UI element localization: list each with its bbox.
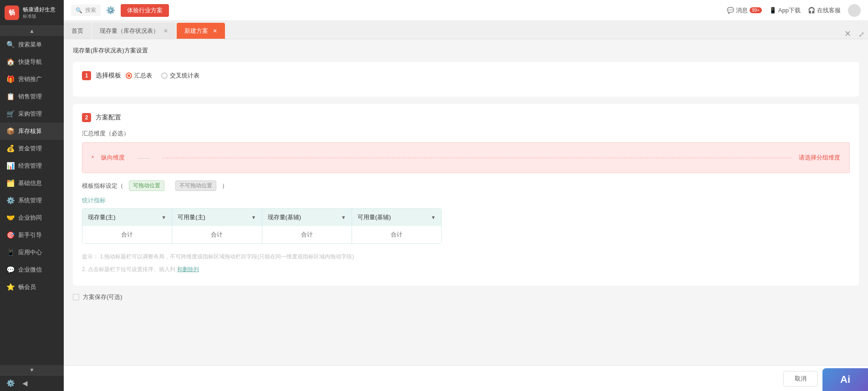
stats-section-title: 统计指标: [82, 196, 850, 205]
marketing-icon: 🎁: [6, 75, 15, 83]
radio-cross-label: 交叉统计表: [170, 72, 199, 80]
save-scheme-checkbox[interactable]: [73, 294, 79, 300]
app-center-icon: 📱: [6, 248, 15, 257]
trial-button[interactable]: 体验行业方案: [121, 4, 169, 17]
sidebar-item-label: 经营管理: [18, 162, 42, 170]
vertical-dimension-area[interactable]: * 纵向维度 —— 请选择分组维度: [82, 142, 850, 173]
radio-cross-table[interactable]: 交叉统计表: [161, 72, 199, 80]
tip2: 2. 点击标题栏下拉可设置排序、插入列 和删除列: [82, 264, 850, 275]
template-radio-group: 汇总表 交叉统计表: [126, 72, 199, 80]
vertical-dim-line: [162, 158, 791, 158]
tab-new-scheme-label: 新建方案: [184, 27, 208, 35]
stats-col-body-3: 合计: [352, 226, 441, 243]
stats-col-header-1[interactable]: 可用量(主) ▼: [172, 209, 262, 226]
sidebar-item-label: 搜索菜单: [18, 41, 42, 49]
message-button[interactable]: 💬 消息 99+: [727, 6, 762, 15]
customer-service-label: 在线客服: [817, 6, 841, 15]
sidebar-item-basic[interactable]: 🗂️ 基础信息: [0, 175, 64, 192]
sidebar-item-label: 企业微信: [18, 266, 42, 274]
sidebar-footer: ⚙️ ◀: [0, 375, 64, 391]
stats-col-header-label-1: 可用量(主): [178, 213, 205, 221]
ai-badge-label: Ai: [840, 374, 850, 386]
sidebar-item-finance[interactable]: 💰 资金管理: [0, 140, 64, 157]
tip1: 提示： 1.拖动标题栏可以调整布局，不可跨维度或指标区域拖动栏目字段(只能在同一…: [82, 251, 850, 262]
app-download-button[interactable]: 📱 App下载: [769, 6, 801, 15]
sidebar-item-member[interactable]: ⭐ 畅会员: [0, 278, 64, 296]
page-title: 现存量(库存状况表)方案设置: [73, 46, 859, 55]
vertical-dim-label: 纵向维度: [101, 154, 125, 162]
tab-new-scheme-close-icon[interactable]: ✕: [213, 28, 217, 34]
sidebar-item-inventory[interactable]: 📦 库存核算: [0, 123, 64, 140]
message-icon: 💬: [727, 7, 734, 14]
newbie-icon: 🎯: [6, 231, 15, 239]
col-chevron-2: ▼: [341, 215, 346, 220]
sidebar-scroll-up[interactable]: ▲: [0, 26, 64, 36]
radio-summary-label: 汇总表: [134, 72, 152, 80]
sidebar-item-app-center[interactable]: 📱 应用中心: [0, 244, 64, 261]
draggable-badge: 可拖动位置: [129, 180, 164, 191]
stats-col-body-2: 合计: [262, 226, 352, 243]
ai-badge[interactable]: Ai: [822, 368, 868, 391]
stats-col-header-label-3: 可用量(基辅): [357, 213, 391, 221]
settings-icon[interactable]: ⚙️: [6, 379, 15, 387]
stats-col-header-3[interactable]: 可用量(基辅) ▼: [352, 209, 441, 226]
panel-close-icon[interactable]: ✕: [844, 29, 851, 39]
topbar-gear-icon[interactable]: ⚙️: [106, 6, 115, 15]
search-bar[interactable]: 🔍 搜索: [71, 5, 101, 16]
sidebar-item-label: 应用中心: [18, 248, 42, 257]
stats-col-header-label-2: 现存量(基辅): [268, 213, 301, 221]
topbar: 🔍 搜索 ⚙️ 体验行业方案 💬 消息 99+ 📱 App下载 🎧 在线客服: [64, 0, 868, 21]
stats-col-body-val-0: 合计: [121, 231, 133, 239]
sidebar-item-search-menu[interactable]: 🔍 搜索菜单: [0, 36, 64, 53]
search-placeholder: 搜索: [85, 6, 96, 14]
user-avatar[interactable]: [848, 4, 861, 17]
sidebar-item-marketing[interactable]: 🎁 营销推广: [0, 71, 64, 88]
member-icon: ⭐: [6, 283, 15, 291]
sidebar-item-label: 系统管理: [18, 196, 42, 205]
stats-table-body: 合计 合计 合计 合计: [82, 226, 441, 243]
tab-home[interactable]: 首页: [64, 23, 91, 39]
message-badge: 99+: [750, 7, 762, 13]
sidebar-item-wechat[interactable]: 💬 企业微信: [0, 261, 64, 278]
sidebar-item-operation[interactable]: 📊 经营管理: [0, 157, 64, 175]
customer-service-button[interactable]: 🎧 在线客服: [808, 6, 841, 15]
sidebar-nav: 🔍 搜索菜单 🏠 快捷导航 🎁 营销推广 📋 销售管理 🛒 采购管理 📦 库存核…: [0, 36, 64, 365]
vertical-dim-separator: ——: [138, 154, 149, 161]
indicator-settings: 模板指标设定（ 可拖动位置 不可拖动位置 ）: [82, 180, 850, 191]
stats-table: 现存量(主) ▼ 可用量(主) ▼ 现存量(基辅) ▼ 可用量(基辅) ▼: [82, 208, 442, 244]
indicator-settings-row: 模板指标设定（ 可拖动位置 不可拖动位置 ）: [82, 180, 850, 191]
vertical-dim-placeholder: 请选择分组维度: [799, 154, 840, 162]
section1-header: 1 选择模板 汇总表 交叉统计表: [82, 71, 850, 80]
tips-section: 提示： 1.拖动标题栏可以调整布局，不可跨维度或指标区域拖动栏目字段(只能在同一…: [82, 251, 850, 275]
stats-col-header-label-0: 现存量(主): [88, 213, 116, 221]
radio-summary-table[interactable]: 汇总表: [126, 72, 152, 80]
section1-label: 选择模板: [96, 72, 121, 80]
system-icon: ⚙️: [6, 196, 15, 205]
section2-header: 2 方案配置: [82, 113, 850, 122]
stats-col-body-val-3: 合计: [391, 231, 403, 239]
sidebar-item-newbie[interactable]: 🎯 新手引导: [0, 226, 64, 244]
tab-inventory-close-icon[interactable]: ✕: [163, 28, 168, 34]
sidebar-item-system[interactable]: ⚙️ 系统管理: [0, 192, 64, 209]
sidebar-item-label: 新手引导: [18, 231, 42, 239]
stats-col-body-val-1: 合计: [211, 231, 223, 239]
sidebar-item-sales[interactable]: 📋 销售管理: [0, 88, 64, 105]
sidebar-item-purchase[interactable]: 🛒 采购管理: [0, 105, 64, 123]
tab-new-scheme[interactable]: 新建方案 ✕: [177, 23, 225, 39]
tip2-link[interactable]: 和删除列: [177, 266, 199, 273]
finance-icon: 💰: [6, 144, 15, 153]
app-download-icon: 📱: [769, 7, 776, 14]
operation-icon: 📊: [6, 162, 15, 170]
collapse-icon[interactable]: ◀: [22, 379, 28, 387]
cancel-button[interactable]: 取消: [783, 371, 818, 386]
sidebar-scroll-down[interactable]: ▼: [0, 365, 64, 375]
sidebar: 畅 畅康通好生意 标准版 ▲ 🔍 搜索菜单 🏠 快捷导航 🎁 营销推广 📋 销售…: [0, 0, 64, 391]
radio-cross-circle: [161, 72, 168, 79]
panel-expand-icon[interactable]: ⤢: [858, 30, 864, 39]
tab-inventory-status[interactable]: 现存量（库存状况表） ✕: [92, 23, 176, 39]
app-download-label: App下载: [778, 6, 801, 15]
stats-col-header-2[interactable]: 现存量(基辅) ▼: [262, 209, 352, 226]
sidebar-item-quick-nav[interactable]: 🏠 快捷导航: [0, 53, 64, 71]
sidebar-item-enterprise[interactable]: 🤝 企业协同: [0, 209, 64, 226]
stats-col-header-0[interactable]: 现存量(主) ▼: [82, 209, 172, 226]
